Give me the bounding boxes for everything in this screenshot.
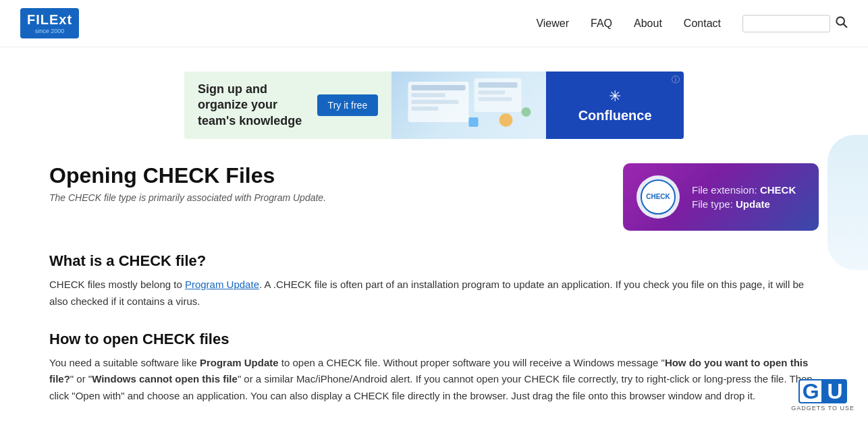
how-title: How to open CHECK files <box>49 331 819 348</box>
svg-rect-9 <box>479 90 506 94</box>
ad-middle-section <box>391 72 546 139</box>
logo-text: FILExt <box>27 12 72 28</box>
search-icon <box>834 15 848 28</box>
gadgets-u-letter: U <box>823 379 847 403</box>
ad-decoration <box>391 72 546 139</box>
what-section: What is a CHECK file? CHECK files mostly… <box>49 252 819 310</box>
ad-text: Sign up and organize your team's knowled… <box>198 82 305 129</box>
svg-point-13 <box>522 107 531 117</box>
main-content: Opening CHECK Files The CHECK file type … <box>29 163 839 425</box>
page-subtitle: The CHECK file type is primarily associa… <box>49 192 326 203</box>
ext-label-row: File extension: CHECK <box>692 184 796 196</box>
file-icon-box: CHECK <box>636 175 680 219</box>
nav-contact[interactable]: Contact <box>684 18 721 30</box>
gadgets-g-letter: G <box>798 379 823 403</box>
ad-left-section: Sign up and organize your team's knowled… <box>184 72 391 139</box>
what-body: CHECK files mostly belong to Program Upd… <box>49 277 819 310</box>
ad-right-section: ⓘ ✳ Confluence <box>546 72 684 139</box>
svg-point-11 <box>499 113 513 127</box>
nav-faq[interactable]: FAQ <box>591 18 612 30</box>
search-button[interactable] <box>834 15 848 32</box>
ad-try-button[interactable]: Try it free <box>317 94 379 116</box>
title-left: Opening CHECK Files The CHECK file type … <box>49 163 326 203</box>
how-body: You need a suitable software like Progra… <box>49 355 819 405</box>
nav-viewer[interactable]: Viewer <box>536 18 569 30</box>
type-value: Update <box>736 198 770 210</box>
ad-banner: Sign up and organize your team's knowled… <box>184 72 684 139</box>
search-input[interactable] <box>742 15 830 32</box>
header: FILExt since 2000 Viewer FAQ About Conta… <box>0 0 868 47</box>
type-label-row: File type: Update <box>692 198 796 210</box>
gadgets-logo: G U <box>798 379 847 403</box>
what-title: What is a CHECK file? <box>49 252 819 270</box>
title-section: Opening CHECK Files The CHECK file type … <box>49 163 819 231</box>
how-section: How to open CHECK files You need a suita… <box>49 331 819 405</box>
ad-info-icon[interactable]: ⓘ <box>672 74 680 86</box>
file-ext-info: File extension: CHECK File type: Update <box>692 184 796 210</box>
type-label: File type: <box>692 198 733 210</box>
confluence-brand: Confluence <box>578 108 652 123</box>
search-area <box>742 15 848 32</box>
site-logo[interactable]: FILExt since 2000 <box>20 8 79 38</box>
file-ext-card: CHECK File extension: CHECK File type: U… <box>623 163 819 231</box>
gadgets-label: GADGETS TO USE <box>791 405 855 412</box>
ext-label: File extension: <box>692 184 757 196</box>
svg-rect-3 <box>412 85 466 90</box>
svg-rect-4 <box>412 93 445 97</box>
svg-line-1 <box>844 24 847 28</box>
file-icon: CHECK <box>641 179 676 215</box>
logo-since: since 2000 <box>35 28 65 34</box>
ext-value: CHECK <box>760 184 796 196</box>
svg-rect-8 <box>479 82 518 88</box>
svg-rect-6 <box>412 107 439 111</box>
what-body-pre: CHECK files mostly belong to <box>49 279 185 290</box>
gadgets-logo-area: G U GADGETS TO USE <box>791 379 855 412</box>
svg-rect-12 <box>469 117 479 127</box>
svg-rect-5 <box>412 100 459 104</box>
confluence-icon: ✳ <box>609 88 621 105</box>
how-bold-program: Program Update <box>200 357 279 368</box>
program-update-link[interactable]: Program Update <box>185 279 259 290</box>
svg-rect-10 <box>479 97 512 101</box>
main-nav: Viewer FAQ About Contact <box>536 15 848 32</box>
nav-about[interactable]: About <box>634 18 662 30</box>
how-bold-msg2: Windows cannot open this file <box>92 373 238 385</box>
page-title: Opening CHECK Files <box>49 163 326 188</box>
